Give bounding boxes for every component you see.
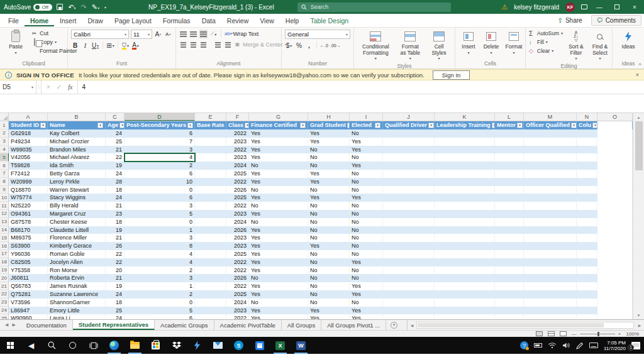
cell[interactable]: No	[308, 258, 350, 266]
table-header-mentor[interactable]: Mentor▾	[495, 121, 524, 129]
cell[interactable]: Kimberly Gerace	[48, 242, 106, 250]
collapse-ribbon-icon[interactable]: ˄	[638, 62, 641, 67]
table-header-name[interactable]: Name▾	[48, 121, 106, 129]
format-as-table-button[interactable]: Format as Table▾	[397, 30, 424, 63]
hscroll-left-icon[interactable]: ◀	[408, 323, 416, 327]
cell[interactable]: No	[249, 186, 308, 194]
cell[interactable]	[597, 178, 633, 186]
cell[interactable]	[577, 162, 597, 170]
cell[interactable]	[597, 242, 633, 250]
page-layout-view-icon[interactable]	[548, 331, 555, 336]
cell[interactable]	[435, 274, 495, 282]
cell[interactable]: No	[308, 146, 350, 154]
cell[interactable]	[195, 226, 226, 234]
cell[interactable]	[577, 146, 597, 154]
cell[interactable]	[524, 266, 577, 275]
cell[interactable]: 2025	[226, 250, 249, 258]
cell[interactable]	[597, 170, 633, 178]
increase-indent-icon[interactable]	[224, 40, 232, 49]
cell[interactable]: Michael Crozier	[48, 138, 106, 146]
cell[interactable]	[524, 314, 577, 319]
cell[interactable]: 3	[125, 274, 195, 282]
cell[interactable]	[597, 314, 633, 319]
microsoft-store-taskbar-icon[interactable]	[145, 337, 166, 354]
cell[interactable]	[495, 250, 524, 258]
cell[interactable]: Q56783	[9, 282, 48, 290]
cell[interactable]	[524, 274, 577, 282]
cell[interactable]	[195, 202, 226, 210]
word-taskbar-icon[interactable]: W	[291, 337, 311, 354]
cell[interactable]	[597, 210, 633, 218]
align-middle-icon[interactable]	[189, 30, 197, 38]
comma-icon[interactable]: ,	[305, 41, 313, 50]
cell[interactable]	[383, 250, 435, 258]
horizontal-scroll-thumb[interactable]	[418, 323, 604, 327]
cell[interactable]	[383, 274, 435, 282]
cell[interactable]: Yes	[249, 146, 308, 154]
cell[interactable]	[495, 178, 524, 186]
cell[interactable]: Yes	[350, 138, 383, 146]
cell[interactable]	[577, 170, 597, 178]
cell[interactable]	[435, 202, 495, 210]
cell[interactable]	[195, 234, 226, 242]
zoom-level[interactable]: 100%	[626, 331, 639, 337]
cell[interactable]: 2024	[226, 162, 249, 170]
row-number-2[interactable]: 2	[0, 129, 9, 138]
cell[interactable]	[195, 170, 226, 178]
cell[interactable]: 2022	[226, 282, 249, 290]
cell[interactable]: Yes	[249, 194, 308, 202]
cell[interactable]: G87578	[9, 218, 48, 226]
cell[interactable]	[195, 242, 226, 250]
cell[interactable]	[383, 258, 435, 266]
cell[interactable]: 8	[125, 242, 195, 250]
cell[interactable]	[524, 234, 577, 242]
cell[interactable]	[435, 226, 495, 234]
row-number-11[interactable]: 11	[0, 202, 9, 210]
sign-in-button[interactable]: Sign In	[433, 70, 470, 80]
cell[interactable]: 2022	[226, 314, 249, 319]
delete-cells-button[interactable]: Delete▾	[481, 30, 501, 60]
cell[interactable]: Yes	[249, 282, 308, 290]
cell[interactable]	[524, 162, 577, 170]
sort-filter-button[interactable]: AZ↓ ▽ Sort & Filter▾	[565, 30, 587, 63]
cell[interactable]	[383, 194, 435, 202]
cell[interactable]: No	[308, 290, 350, 299]
cell[interactable]: 2023	[226, 234, 249, 242]
cell[interactable]	[524, 138, 577, 146]
row-number-3[interactable]: 3	[0, 138, 9, 146]
cell[interactable]	[577, 282, 597, 290]
close-button[interactable]: ×	[629, 4, 640, 11]
cell[interactable]: No	[308, 218, 350, 226]
cell[interactable]	[495, 138, 524, 146]
italic-button[interactable]: I	[81, 41, 89, 50]
cell[interactable]: 2023	[226, 138, 249, 146]
table-header-student-id[interactable]: Student ID▾	[9, 121, 48, 129]
cell[interactable]: 6	[125, 170, 195, 178]
cell[interactable]	[195, 307, 226, 315]
cell[interactable]: 0	[125, 186, 195, 194]
row-number-17[interactable]: 17	[0, 250, 9, 258]
cell[interactable]: Yes	[249, 170, 308, 178]
cell[interactable]	[597, 138, 633, 146]
row-number-10[interactable]: 10	[0, 194, 9, 202]
cell[interactable]	[524, 299, 577, 307]
cell[interactable]: Michael Alvarez	[48, 153, 106, 162]
cell[interactable]: 2024	[226, 299, 249, 307]
cell[interactable]: Yes	[249, 178, 308, 186]
normal-view-icon[interactable]	[536, 331, 543, 336]
wifi-icon[interactable]	[548, 342, 557, 349]
start-button[interactable]	[0, 337, 21, 354]
horizontal-scrollbar[interactable]: ◀ ▶	[407, 320, 644, 330]
filter-dropdown-icon[interactable]: ▾	[571, 123, 577, 128]
sheet-tab-documentation[interactable]: Documentation	[21, 320, 73, 330]
cell[interactable]: 24	[106, 314, 125, 319]
cell[interactable]: James Rusnak	[48, 282, 106, 290]
table-header-age[interactable]: Age▾	[106, 121, 125, 129]
edge-taskbar-icon[interactable]	[104, 337, 125, 354]
font-name-combo[interactable]: Calibri▾	[71, 30, 129, 39]
cell[interactable]: 1	[125, 282, 195, 290]
cell[interactable]: No	[350, 178, 383, 186]
menu-tab-home[interactable]: Home	[25, 15, 54, 26]
cell[interactable]	[495, 153, 524, 162]
filter-dropdown-icon[interactable]: ▾	[119, 123, 125, 128]
